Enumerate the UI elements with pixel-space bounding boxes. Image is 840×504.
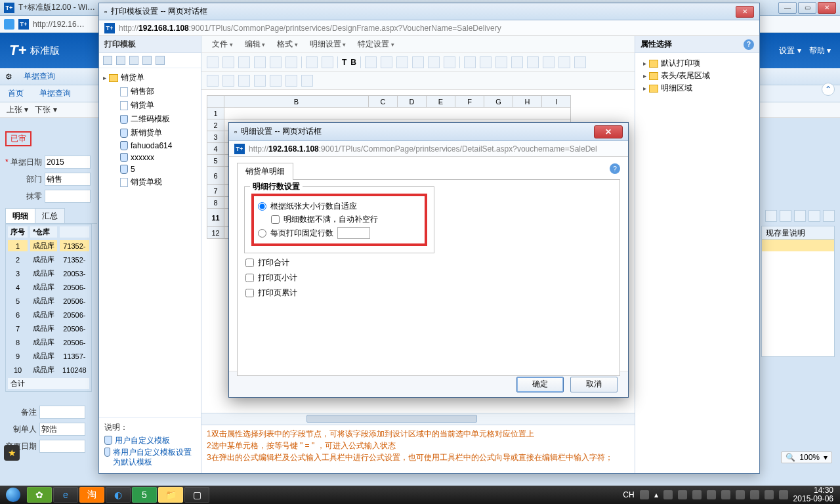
date-input[interactable] bbox=[45, 156, 91, 169]
table-row[interactable]: 1成品库71352- bbox=[7, 240, 90, 252]
favorites-button[interactable]: ★ bbox=[4, 445, 20, 461]
table-row[interactable]: 2成品库71352- bbox=[7, 253, 90, 266]
clock[interactable]: 14:30 2015-09-06 bbox=[793, 486, 833, 503]
tree-item[interactable]: xxxxxx bbox=[102, 152, 198, 163]
dlg1-close-button[interactable]: ✕ bbox=[736, 6, 754, 18]
toolbar-icon[interactable] bbox=[285, 56, 297, 68]
prev-record[interactable]: 上张 ▾ bbox=[7, 104, 28, 116]
tab-detail[interactable]: 明细 bbox=[5, 208, 35, 223]
table-row[interactable]: 7成品库20506- bbox=[7, 322, 90, 335]
table-row[interactable]: 8成品库20506- bbox=[7, 336, 90, 348]
nav-home[interactable]: 首页 bbox=[0, 88, 32, 99]
horizontal-scrollbar[interactable] bbox=[201, 413, 635, 425]
toolbar-icon[interactable] bbox=[558, 56, 570, 68]
tray-icon[interactable] bbox=[678, 490, 687, 499]
radio-auto-rows[interactable] bbox=[258, 202, 266, 211]
table-row[interactable]: 5成品库20506- bbox=[7, 295, 90, 307]
taskbar-ie[interactable]: e bbox=[53, 487, 78, 503]
dept-input[interactable] bbox=[45, 173, 91, 186]
maker-input[interactable] bbox=[39, 423, 85, 436]
prop-node[interactable]: 表头/表尾区域 bbox=[639, 70, 755, 82]
menu-format[interactable]: 格式 bbox=[272, 37, 303, 51]
taskbar-explorer[interactable]: 📁 bbox=[158, 487, 183, 503]
close-button[interactable]: ✕ bbox=[818, 2, 836, 14]
menu-special[interactable]: 特定设置 bbox=[352, 37, 400, 51]
toolbar-icon[interactable] bbox=[207, 75, 219, 87]
tray-icon[interactable] bbox=[721, 490, 730, 499]
toolbar-icon[interactable] bbox=[543, 56, 555, 68]
align-center-icon[interactable] bbox=[381, 56, 392, 68]
toolbar-icon[interactable] bbox=[464, 56, 476, 68]
dlg2-close-button[interactable]: ✕ bbox=[594, 125, 623, 138]
next-record[interactable]: 下张 ▾ bbox=[35, 104, 56, 116]
toolbar-icon[interactable] bbox=[222, 56, 234, 68]
tree-item[interactable]: 二维码模板 bbox=[102, 112, 198, 126]
checkbox-page-subtotal[interactable] bbox=[245, 274, 254, 282]
dlg2-tab[interactable]: 销货单明细 bbox=[237, 163, 293, 180]
remark-input[interactable] bbox=[39, 406, 85, 419]
toolbar-icon[interactable] bbox=[511, 56, 523, 68]
prop-node[interactable]: 默认打印项 bbox=[639, 57, 755, 70]
toolbar-icon[interactable] bbox=[238, 56, 250, 68]
table-row[interactable]: 4成品库20506- bbox=[7, 281, 90, 293]
toolbar-icon[interactable] bbox=[301, 75, 313, 87]
strip-label[interactable]: 单据查询 bbox=[17, 71, 62, 82]
fixed-rows-input[interactable] bbox=[337, 227, 370, 239]
bold-icon[interactable]: T bbox=[342, 58, 346, 67]
new-icon[interactable] bbox=[103, 56, 112, 65]
delete-icon[interactable] bbox=[129, 56, 138, 65]
round-input[interactable] bbox=[45, 190, 91, 203]
align-right-icon[interactable] bbox=[396, 56, 408, 68]
tray-icon[interactable] bbox=[736, 490, 745, 499]
gear-icon[interactable]: ⚙ bbox=[0, 72, 17, 81]
toolbar-icon[interactable] bbox=[306, 56, 318, 68]
taskbar-app[interactable]: ✿ bbox=[27, 487, 52, 503]
tray-up-icon[interactable]: ▴ bbox=[654, 490, 658, 499]
toolbar-icon[interactable] bbox=[222, 75, 234, 87]
checkbox-fill-empty[interactable] bbox=[271, 215, 280, 224]
collapse-toggle[interactable]: ⌃ bbox=[822, 83, 835, 96]
toolbar-icon[interactable] bbox=[480, 56, 492, 68]
toolbar-icon[interactable] bbox=[207, 56, 219, 68]
toolbar-icon[interactable] bbox=[574, 56, 586, 68]
tray-icon[interactable] bbox=[707, 490, 716, 499]
tool-icon[interactable] bbox=[765, 210, 777, 222]
tree-item[interactable]: 销售部 bbox=[102, 85, 198, 98]
copy-icon[interactable] bbox=[142, 56, 152, 65]
help-icon[interactable]: ? bbox=[610, 163, 620, 174]
table-row[interactable]: 3成品库20053- bbox=[7, 267, 90, 280]
settings-menu[interactable]: 设置 ▾ bbox=[779, 45, 801, 56]
tool-icon[interactable] bbox=[808, 210, 820, 222]
chgdate-input[interactable] bbox=[39, 440, 85, 453]
checkbox-print-total[interactable] bbox=[245, 259, 254, 267]
toolbar-icon[interactable] bbox=[527, 56, 539, 68]
taskbar-app[interactable]: 淘 bbox=[79, 487, 104, 503]
refresh-icon[interactable] bbox=[156, 56, 165, 65]
valign-icon[interactable] bbox=[428, 56, 440, 68]
taskbar-app[interactable]: ◐ bbox=[106, 487, 131, 503]
nav-query[interactable]: 单据查询 bbox=[32, 88, 79, 99]
zoom-control[interactable]: 🔍 100% ▾ bbox=[781, 452, 832, 463]
tree-item[interactable]: 5 bbox=[102, 163, 198, 175]
toolbar-icon[interactable] bbox=[270, 56, 282, 68]
tray-icon[interactable] bbox=[765, 490, 774, 499]
align-left-icon[interactable] bbox=[365, 56, 377, 68]
menu-edit[interactable]: 编辑 bbox=[240, 37, 271, 51]
tool-icon[interactable] bbox=[823, 210, 835, 222]
tray-icon[interactable] bbox=[750, 490, 759, 499]
toolbar-icon[interactable] bbox=[322, 56, 333, 68]
help-icon[interactable]: ? bbox=[744, 39, 754, 50]
taskbar-app[interactable]: 5 bbox=[132, 487, 157, 503]
tray-icon[interactable] bbox=[640, 490, 649, 499]
tool-icon[interactable] bbox=[794, 210, 806, 222]
table-row[interactable]: 9成品库11357- bbox=[7, 350, 90, 362]
toolbar-icon[interactable] bbox=[285, 75, 297, 87]
tree-root[interactable]: 销货单 bbox=[102, 71, 198, 85]
ime-indicator[interactable]: CH bbox=[623, 490, 634, 499]
valign-icon[interactable] bbox=[412, 56, 424, 68]
bold-b-icon[interactable]: B bbox=[350, 58, 356, 67]
toolbar-icon[interactable] bbox=[495, 56, 507, 68]
tray-icon[interactable] bbox=[779, 490, 788, 499]
valign-icon[interactable] bbox=[444, 56, 455, 68]
toolbar-icon[interactable] bbox=[254, 75, 266, 87]
